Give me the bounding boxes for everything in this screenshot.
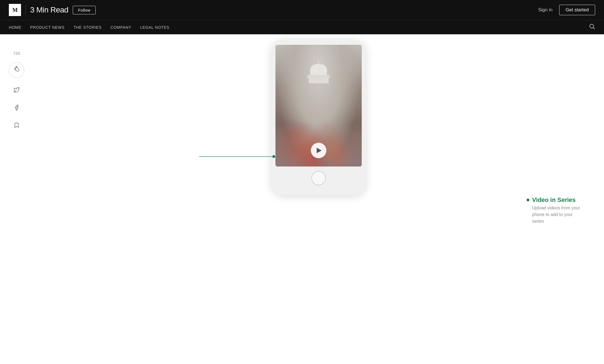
phone-mockup — [272, 40, 366, 195]
dome-body — [310, 64, 327, 75]
dome-spire — [318, 59, 319, 64]
content-area: Video in Series Upload videos from your … — [33, 34, 604, 364]
nav-item-company[interactable]: COMPANY — [111, 25, 131, 30]
svg-line-1 — [593, 28, 595, 29]
follow-button[interactable]: Follow — [73, 6, 96, 14]
nav-item-legal-notes[interactable]: LEGAL NOTES — [140, 25, 170, 30]
brand-title: 3 Min Read — [30, 6, 68, 14]
search-icon[interactable] — [589, 24, 595, 31]
play-button[interactable] — [311, 143, 326, 158]
clap-count: 720 — [13, 51, 20, 56]
facebook-button[interactable] — [11, 102, 22, 113]
phone-home-button[interactable] — [311, 171, 326, 185]
capitol-dome — [308, 59, 330, 79]
annotation-dot — [527, 199, 529, 201]
play-icon — [317, 148, 322, 153]
bookmark-button[interactable] — [11, 120, 22, 131]
nav-item-product-news[interactable]: PRODUCT NEWS — [30, 25, 64, 30]
phone-image — [275, 45, 362, 167]
header-right: Sign in Get started — [538, 5, 595, 15]
clap-button[interactable] — [9, 62, 24, 78]
medium-logo: M — [9, 4, 21, 16]
nav-item-home[interactable]: HOME — [9, 25, 21, 30]
sidebar: 720 — [0, 34, 33, 364]
main-content: 720 — [0, 34, 604, 364]
annotation-label: Video in Series — [532, 196, 576, 204]
navigation: HOME PRODUCT NEWS THE STORIES COMPANY LE… — [0, 20, 604, 34]
nav-item-the-stories[interactable]: THE STORIES — [74, 25, 102, 30]
twitter-button[interactable] — [11, 84, 22, 95]
annotation-description: Upload videos from your phone to add to … — [532, 205, 582, 225]
header: M 3 Min Read Follow Sign in Get started — [0, 0, 604, 20]
phone-screen — [275, 45, 362, 167]
sign-in-button[interactable]: Sign in — [538, 7, 553, 13]
annotation: Video in Series Upload videos from your … — [527, 196, 582, 225]
annotation-line: Video in Series — [527, 196, 582, 204]
dome-base — [308, 75, 330, 78]
clap-icon — [13, 66, 20, 74]
header-divider — [25, 5, 26, 15]
get-started-button[interactable]: Get started — [559, 5, 595, 15]
header-left: M 3 Min Read Follow — [9, 4, 96, 16]
